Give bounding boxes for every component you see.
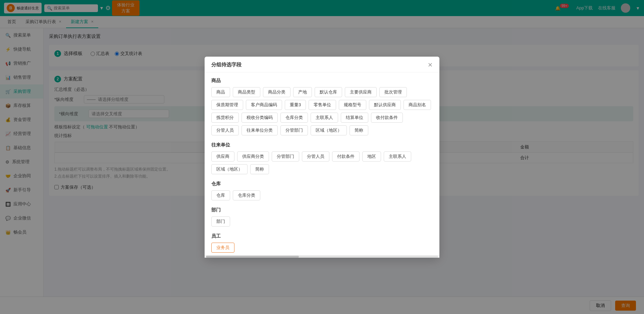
field-tag[interactable]: 零售单位 [309,100,336,110]
field-tag[interactable]: 结算单位 [341,113,368,123]
field-tag[interactable]: 仓库分类 [233,190,260,200]
field-tag[interactable]: 商品 [211,87,230,97]
field-tag[interactable]: 供应商分类 [237,151,269,162]
field-tag[interactable]: 区域（地区） [311,125,347,135]
field-tag[interactable]: 收付款条件 [371,113,403,123]
field-section-dept: 部门 部门 [211,207,433,227]
section-warehouse-tags: 仓库 仓库分类 [211,190,433,200]
field-tag[interactable]: 商品别名 [404,100,431,110]
field-section-warehouse: 仓库 仓库 仓库分类 [211,181,433,200]
modal-horizontal-scrollbar[interactable] [205,255,439,258]
field-tag[interactable]: 区域（地区） [211,164,248,174]
field-tag[interactable]: 税收分类编码 [241,113,278,123]
modal-overlay[interactable]: 分组待选字段 ✕ 商品 商品 商品类型 商品分类 产地 默认仓库 主要供应商 批… [0,0,644,314]
hscroll-bar [206,256,438,258]
field-tag[interactable]: 默认供应商 [369,100,401,110]
field-tag[interactable]: 简称 [250,164,269,174]
field-section-goods: 商品 商品 商品类型 商品分类 产地 默认仓库 主要供应商 批次管理 保质期管理… [211,78,433,135]
modal-close-button[interactable]: ✕ [428,61,433,69]
field-tag[interactable]: 地区 [362,151,381,162]
field-tag[interactable]: 仓库 [211,190,230,200]
section-partner-tags: 供应商 供应商分类 分管部门 分管人员 付款条件 地区 主联系人 区域（地区） … [211,151,433,174]
field-tag[interactable]: 分管部门 [272,151,299,162]
field-tag[interactable]: 商品分类 [263,87,290,97]
field-tag[interactable]: 业务员 [211,243,234,253]
section-goods-title: 商品 [211,78,433,84]
field-tag[interactable]: 分管人员 [302,151,329,162]
section-dept-title: 部门 [211,207,433,213]
field-tag[interactable]: 部门 [211,216,230,227]
field-tag[interactable]: 分管人员 [211,125,239,135]
field-tag[interactable]: 拣货积分 [211,113,239,123]
section-dept-tags: 部门 [211,216,433,227]
field-tag[interactable]: 仓库分类 [280,113,308,123]
field-select-modal: 分组待选字段 ✕ 商品 商品 商品类型 商品分类 产地 默认仓库 主要供应商 批… [205,57,439,258]
field-tag[interactable]: 往来单位分类 [241,125,278,135]
section-warehouse-title: 仓库 [211,181,433,187]
modal-body: 商品 商品 商品类型 商品分类 产地 默认仓库 主要供应商 批次管理 保质期管理… [205,72,439,255]
field-section-partner: 往来单位 供应商 供应商分类 分管部门 分管人员 付款条件 地区 主联系人 区域… [211,142,433,174]
field-tag[interactable]: 供应商 [211,151,234,162]
field-tag[interactable]: 默认仓库 [315,87,342,97]
section-goods-tags: 商品 商品类型 商品分类 产地 默认仓库 主要供应商 批次管理 保质期管理 客户… [211,87,433,135]
field-tag[interactable]: 规格型号 [339,100,366,110]
field-tag[interactable]: 付款条件 [332,151,360,162]
field-tag[interactable]: 主要供应商 [345,87,377,97]
field-tag[interactable]: 保质期管理 [211,100,243,110]
field-tag[interactable]: 商品类型 [233,87,260,97]
field-tag[interactable]: 分管部门 [280,125,308,135]
field-tag[interactable]: 重量3 [285,100,306,110]
hscroll-thumb[interactable] [206,256,299,258]
field-tag[interactable]: 主联系人 [384,151,411,162]
field-tag[interactable]: 产地 [293,87,312,97]
field-tag[interactable]: 主联系人 [311,113,338,123]
field-tag[interactable]: 客户商品编码 [246,100,282,110]
field-section-staff: 员工 业务员 [211,233,433,253]
section-staff-title: 员工 [211,233,433,239]
field-tag[interactable]: 简称 [350,125,368,135]
modal-title: 分组待选字段 [211,62,241,68]
field-tag[interactable]: 批次管理 [379,87,407,97]
modal-header: 分组待选字段 ✕ [205,57,439,72]
section-staff-tags: 业务员 [211,243,433,253]
section-partner-title: 往来单位 [211,142,433,148]
